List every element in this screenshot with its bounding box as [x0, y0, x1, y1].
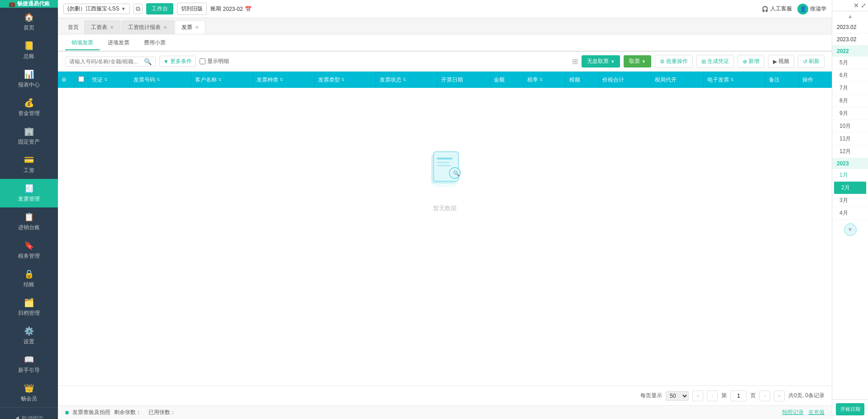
support-button[interactable]: 🎧 人工客服	[762, 5, 792, 13]
table-container: ⚙ 凭证⇅ 发票号码⇅ 客户名称⇅	[58, 72, 832, 385]
sidebar-item-payroll[interactable]: 💳 工资	[0, 150, 58, 179]
prev-page-button[interactable]: ‹	[707, 390, 718, 401]
gen-voucher-button[interactable]: ⊞ 生成凭证	[696, 55, 734, 68]
period-month-2023-3[interactable]: 3月	[832, 194, 868, 207]
voucher-sort-icon[interactable]: ⇅	[104, 77, 108, 82]
last-page-button[interactable]: »	[774, 390, 785, 401]
sidebar-item-label: 新手引导	[18, 366, 40, 374]
search-icon[interactable]: 🔍	[144, 58, 152, 65]
tab-home[interactable]: 首页	[63, 21, 83, 34]
subtab-sales-invoice[interactable]: 销项发票	[65, 36, 100, 50]
col-open-date: 开票日期	[438, 72, 490, 88]
user-profile[interactable]: 👤 徐溢华	[797, 4, 826, 14]
first-page-button[interactable]: «	[692, 390, 703, 401]
invoice-status-sort-icon[interactable]: ⇅	[403, 77, 406, 82]
period-month-2022-6[interactable]: 6月	[832, 69, 868, 82]
page-input[interactable]	[730, 390, 747, 401]
tab-payroll-table-close[interactable]: ✕	[110, 25, 114, 30]
sidebar-item-reports[interactable]: 📊 报表中心	[0, 65, 58, 93]
invoice-button[interactable]: 取票 ▼	[624, 55, 651, 67]
oldver-button[interactable]: 切到旧版	[177, 3, 207, 15]
sidebar-item-home[interactable]: 🏠 首页	[0, 8, 58, 36]
period-year-label-2: 2023.02	[837, 36, 856, 43]
next-page-button[interactable]: ›	[759, 390, 770, 401]
tab-payroll-stats[interactable]: 工资统计报表 ✕	[121, 20, 174, 34]
sidebar-item-close[interactable]: 🔒 结账	[0, 265, 58, 293]
batch-ops-button[interactable]: ⚙ 批量操作	[655, 55, 693, 68]
invoice-record-link[interactable]: 拍照记录	[782, 409, 804, 415]
sidebar-item-sales[interactable]: 📋 进销台账	[0, 207, 58, 236]
sidebar-item-ledger[interactable]: 📒 总账	[0, 36, 58, 65]
period-panel-expand-button[interactable]: ⤢	[861, 2, 866, 9]
period-month-2022-9[interactable]: 9月	[832, 107, 868, 120]
tabs-bar: 首页 工资表 ✕ 工资统计报表 ✕ 发票 ✕	[58, 18, 832, 34]
sidebar-bottom: ◀ 取消固定	[0, 407, 58, 419]
workspace-button[interactable]: 工作台	[146, 3, 173, 14]
detail-checkbox-input[interactable]	[200, 58, 205, 64]
page-size-label: 每页显示	[640, 392, 662, 400]
settings-icon[interactable]: ⚙	[62, 77, 67, 83]
used-label: 已用张数：	[148, 409, 176, 416]
period-item-2023-02-2[interactable]: 2023.02	[832, 34, 868, 46]
col-settings: ⚙	[58, 72, 74, 88]
period-month-2023-1[interactable]: 1月	[832, 169, 868, 182]
dropdown-arrow-no-invoice: ▼	[610, 59, 615, 64]
company-selector[interactable]: (勿删）江西服宝-LSS ▼	[63, 4, 130, 14]
e-invoice-sort-icon[interactable]: ⇅	[730, 77, 734, 82]
period-month-2022-10[interactable]: 10月	[832, 120, 868, 133]
period-month-2022-5[interactable]: 5月	[832, 57, 868, 69]
sidebar-item-member[interactable]: 👑 畅会员	[0, 379, 58, 407]
sidebar-item-tax[interactable]: 🔖 税务管理	[0, 236, 58, 265]
period-month-2022-12[interactable]: 12月	[832, 145, 868, 158]
subtab-expense-invoice[interactable]: 费用小票	[138, 36, 172, 50]
subtab-purchase-invoice[interactable]: 进项发票	[101, 36, 136, 50]
topbar-right: 🎧 人工客服 👤 徐溢华	[762, 4, 826, 14]
recharge-link[interactable]: 去充值	[808, 409, 825, 415]
new-button[interactable]: ⊕ 新增	[738, 55, 764, 68]
no-invoice-button[interactable]: 无血取票 ▼	[582, 55, 620, 67]
sidebar-item-guide[interactable]: 📖 新手引导	[0, 350, 58, 379]
sidebar-pin-button[interactable]: ◀ 取消固定	[0, 411, 58, 419]
sidebar-item-settings[interactable]: ⚙️ 设置	[0, 322, 58, 350]
invoice-category-sort-icon[interactable]: ⇅	[341, 77, 345, 82]
tab-invoices[interactable]: 发票 ✕	[175, 20, 205, 34]
period-month-2023-2[interactable]: 2月	[834, 182, 866, 194]
tab-payroll-stats-close[interactable]: ✕	[163, 25, 167, 30]
period-up-button[interactable]: ▲	[832, 11, 868, 21]
avatar-icon: 👤	[800, 6, 806, 12]
grid-icon[interactable]: ⊞	[572, 57, 578, 66]
filter-button[interactable]: ▼ 更多条件	[159, 56, 196, 67]
period-month-2022-8[interactable]: 8月	[832, 95, 868, 107]
select-all-checkbox[interactable]	[78, 76, 84, 82]
sidebar-item-label: 税务管理	[18, 252, 40, 260]
period-month-2022-11[interactable]: 11月	[832, 133, 868, 145]
open-period-button[interactable]: 开账日期	[836, 403, 864, 415]
period-month-2022-7[interactable]: 7月	[832, 82, 868, 95]
tab-payroll-table[interactable]: 工资表 ✕	[84, 20, 120, 34]
sidebar-item-archive[interactable]: 🗂️ 归档管理	[0, 293, 58, 322]
sidebar-item-label: 进销台账	[18, 224, 40, 231]
show-detail-checkbox[interactable]: 显示明细	[200, 58, 229, 65]
toolbar: 🔍 ▼ 更多条件 显示明细 ⊞ 无血取票 ▼ 取票 ▼	[58, 52, 832, 72]
period-month-2023-4[interactable]: 4月	[832, 207, 868, 220]
period-panel-close-button[interactable]: ✕	[854, 2, 859, 9]
search-input[interactable]	[69, 58, 142, 65]
invoice-no-sort-icon[interactable]: ⇅	[157, 77, 160, 82]
tab-invoices-close[interactable]: ✕	[195, 25, 199, 30]
customer-sort-icon[interactable]: ⇅	[218, 77, 222, 82]
page-size-select[interactable]: 10 20 50 100	[666, 391, 689, 401]
refresh-button[interactable]: ↺ 刷新	[798, 55, 825, 68]
period-circle-button[interactable]: ▼	[844, 223, 857, 236]
gen-voucher-icon: ⊞	[701, 58, 706, 65]
tax-rate-sort-icon[interactable]: ⇅	[539, 77, 543, 82]
copy-icon[interactable]: ⧉	[134, 4, 143, 14]
period-down-button[interactable]: ▼	[832, 220, 868, 240]
sidebar-item-funds[interactable]: 💰 资金管理	[0, 93, 58, 122]
col-invoice-no: 发票号码⇅	[130, 72, 191, 88]
invoice-type-sort-icon[interactable]: ⇅	[280, 77, 283, 82]
period-item-2023-02-1[interactable]: 2023.02	[832, 21, 868, 34]
video-button[interactable]: ▶ 视频	[768, 55, 794, 68]
sidebar-item-invoices[interactable]: 🧾 发票管理	[0, 179, 58, 207]
sidebar-item-assets[interactable]: 🏢 固定资产	[0, 122, 58, 150]
batch-ops-icon: ⚙	[660, 58, 665, 65]
